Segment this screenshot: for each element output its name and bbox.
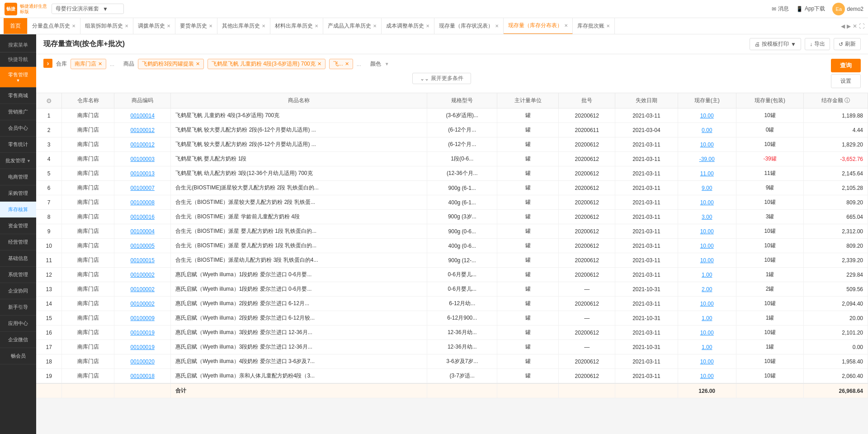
row-code[interactable]: 00100004	[114, 224, 171, 239]
refresh-button[interactable]: ↺ 刷新	[834, 38, 861, 50]
filter-expand-button[interactable]: ›	[43, 59, 52, 68]
row-code[interactable]: 00100009	[114, 311, 171, 326]
row-code[interactable]: 00100012	[114, 123, 171, 137]
product-tag-2[interactable]: 飞鹤星飞帆 儿童奶粉 4段(3-6岁适用) 700克 ✕	[208, 59, 326, 69]
sidebar-item-marketing[interactable]: 营销推广	[0, 104, 36, 120]
row-qty-main[interactable]: 1.00	[678, 340, 736, 354]
close-tab-zuzhuang[interactable]: ✕	[125, 24, 128, 28]
tab-diaoboh[interactable]: 调拨单历史 ✕	[133, 18, 175, 34]
row-code[interactable]: 00100008	[114, 195, 171, 210]
sidebar-item-member2[interactable]: 畅会员	[0, 348, 36, 364]
row-code[interactable]: 00100002	[114, 268, 171, 282]
row-code[interactable]: 00100012	[114, 137, 171, 152]
sidebar-item-basic-info[interactable]: 基础信息	[0, 250, 36, 267]
sidebar-item-operation[interactable]: 经营管理	[0, 234, 36, 250]
row-code[interactable]: 00100005	[114, 239, 171, 253]
sidebar-item-member[interactable]: 会员中心	[0, 120, 36, 137]
row-code[interactable]: 00100015	[114, 253, 171, 268]
sidebar-item-app-center[interactable]: 应用中心	[0, 316, 36, 332]
row-qty-main[interactable]: 3.00	[678, 210, 736, 224]
tab-home[interactable]: 首页	[4, 18, 28, 34]
sidebar-quick-nav[interactable]: 快捷导航	[0, 52, 36, 67]
sidebar-item-purchase[interactable]: 采购管理	[0, 185, 36, 202]
sidebar-item-retail-mall[interactable]: 零售商城	[0, 88, 36, 104]
row-code[interactable]: 00100020	[114, 354, 171, 369]
remove-product-tag-2[interactable]: ✕	[317, 61, 321, 67]
print-button[interactable]: 🖨 按模板打印 ▼	[750, 38, 801, 50]
tab-chengben[interactable]: 成本调整单历史 ✕	[382, 18, 434, 34]
user-avatar-area[interactable]: Ea demo2	[832, 3, 863, 15]
close-tab-fen-pan[interactable]: ✕	[72, 24, 75, 28]
close-tab-chanchengpin[interactable]: ✕	[373, 24, 377, 28]
tab-qita-chuku[interactable]: 其他出库单历史 ✕	[217, 18, 270, 34]
row-code[interactable]: 00100016	[114, 210, 171, 224]
row-qty-main[interactable]: 11.00	[678, 166, 736, 181]
sidebar-item-guide[interactable]: 新手引导	[0, 299, 36, 316]
row-qty-main[interactable]: -39.00	[678, 152, 736, 166]
close-tab-qita-chuku[interactable]: ✕	[262, 24, 265, 28]
row-qty-main[interactable]: 1.00	[678, 311, 736, 326]
row-qty-main[interactable]: 10.00	[678, 253, 736, 268]
product-more-dots[interactable]: ...	[357, 61, 361, 67]
row-qty-main[interactable]: 10.00	[678, 297, 736, 311]
remove-warehouse-tag[interactable]: ✕	[98, 61, 102, 67]
sidebar-item-wholesale[interactable]: 批发管理 ▼	[0, 153, 36, 169]
remove-product-tag-1[interactable]: ✕	[196, 61, 200, 67]
tab-fen-pan[interactable]: 分量盘点单历史 ✕	[28, 18, 80, 34]
row-code[interactable]: 00100002	[114, 297, 171, 311]
row-code[interactable]: 00100007	[114, 181, 171, 195]
row-qty-main[interactable]: 10.00	[678, 239, 736, 253]
tab-prev-icon[interactable]: ◀	[841, 23, 845, 29]
sidebar-item-wechat[interactable]: 企业微信	[0, 332, 36, 348]
sidebar-item-retail-stats[interactable]: 零售统计	[0, 137, 36, 153]
row-code[interactable]: 00100013	[114, 166, 171, 181]
expand-more-button[interactable]: ⌄⌄ 展开更多条件	[412, 73, 471, 84]
warehouse-tag-nanku[interactable]: 南库门店 ✕	[71, 59, 106, 69]
product-tag-1[interactable]: 飞鹤奶粉3段丙罐提装 ✕	[138, 59, 204, 69]
row-code[interactable]: 00100019	[114, 326, 171, 340]
sidebar-item-finance[interactable]: 资金管理	[0, 218, 36, 234]
sidebar-search[interactable]: 搜索菜单	[0, 38, 36, 52]
warehouse-more-dots[interactable]: ...	[110, 61, 114, 67]
export-button[interactable]: ↓ 导出	[805, 38, 830, 50]
app-download-btn[interactable]: 📱 App下载	[796, 5, 825, 13]
tab-pici-zhang[interactable]: 库存批次账 ✕	[573, 18, 615, 34]
tab-kucun-zhuangkuang[interactable]: 现存量（库存状况表） ✕	[434, 18, 504, 34]
sidebar-item-retail-management[interactable]: 零售管理 ▼	[0, 67, 36, 88]
close-tab-chengben[interactable]: ✕	[426, 24, 429, 28]
account-selector[interactable]: 母婴行业演示账套 ▼	[52, 4, 124, 14]
settings-button[interactable]: 设置	[831, 74, 861, 88]
row-code[interactable]: 00100002	[114, 282, 171, 297]
row-code[interactable]: 00100018	[114, 369, 171, 384]
close-tab-kucun-zhuangkuang[interactable]: ✕	[495, 24, 499, 28]
row-code[interactable]: 00100014	[114, 108, 171, 123]
color-dropdown-arrow[interactable]: ▼	[385, 61, 389, 66]
remove-product-tag-3[interactable]: ✕	[345, 61, 349, 67]
close-tab-cailiao[interactable]: ✕	[315, 24, 318, 28]
sidebar-item-inventory[interactable]: 库存核算	[0, 202, 36, 218]
close-tab-yaohuo[interactable]: ✕	[209, 24, 212, 28]
sidebar-item-enterprise[interactable]: 企业协同	[0, 283, 36, 299]
query-button[interactable]: 查询	[831, 59, 861, 72]
close-tab-pici-zhang[interactable]: ✕	[606, 24, 610, 28]
sidebar-item-ecommerce[interactable]: 电商管理	[0, 169, 36, 185]
message-btn[interactable]: ✉ 消息	[772, 5, 789, 13]
row-code[interactable]: 00100019	[114, 340, 171, 354]
tab-kucun-fenbu[interactable]: 现存量（库存分布表） ✕	[504, 18, 573, 34]
product-tag-3[interactable]: 飞... ✕	[329, 59, 353, 69]
row-qty-main[interactable]: 10.00	[678, 369, 736, 384]
tab-fullscreen-icon[interactable]: ⛶	[859, 23, 864, 29]
tab-next-icon[interactable]: ▶	[847, 23, 851, 29]
row-code[interactable]: 00100003	[114, 152, 171, 166]
row-qty-main[interactable]: 10.00	[678, 137, 736, 152]
row-qty-main[interactable]: 10.00	[678, 195, 736, 210]
sidebar-item-system[interactable]: 系统管理	[0, 267, 36, 283]
close-tab-diaoboh[interactable]: ✕	[167, 24, 170, 28]
tab-yaohuo[interactable]: 要货单历史 ✕	[175, 18, 217, 34]
tab-zuzhuang[interactable]: 组装拆卸单历史 ✕	[80, 18, 133, 34]
row-qty-main[interactable]: 10.00	[678, 224, 736, 239]
tab-cailiao[interactable]: 材料出库单历史 ✕	[270, 18, 323, 34]
tab-chanchengpin[interactable]: 产成品入库单历史 ✕	[323, 18, 382, 34]
row-qty-main[interactable]: 1.00	[678, 268, 736, 282]
row-qty-main[interactable]: 2.00	[678, 282, 736, 297]
